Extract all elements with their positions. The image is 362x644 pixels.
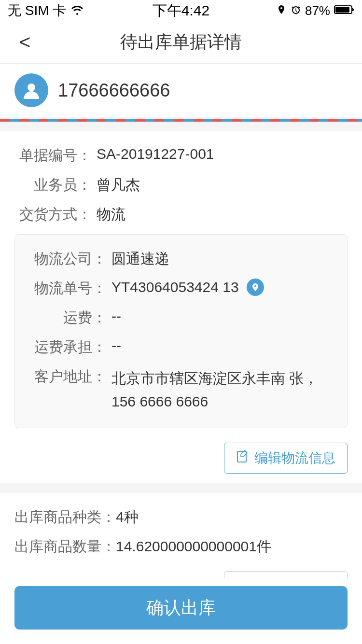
goods-type-value: 4种 [116,507,139,527]
logistics-company-value: 圆通速递 [111,249,333,269]
svg-rect-2 [335,7,349,13]
delivery-method-row: 交货方式： 物流 [14,200,348,229]
battery-label: 87% [305,3,330,18]
wifi-icon [70,3,84,18]
tracking-no-row: 物流单号： YT43064053424 13 [29,274,333,303]
freight-bearer-row: 运费承担： -- [29,333,333,362]
edit-logistics-label: 编辑物流信息 [254,449,335,467]
freight-label: 运费： [29,308,107,328]
status-bar: 无 SIM 卡 下午4:42 87% [0,0,362,21]
freight-row: 运费： -- [29,303,333,333]
freight-value: -- [111,308,333,324]
nav-bar: < 待出库单据详情 [0,21,362,64]
edit-icon [236,450,250,467]
salesman-value: 曾凡杰 [97,175,348,195]
order-no-label: 单据编号： [14,146,92,166]
delivery-method-label: 交货方式： [14,205,92,224]
freight-bearer-value: -- [111,337,333,354]
page-title: 待出库单据详情 [120,30,242,54]
goods-quantity-row: 出库商品数量： 14.620000000000001件 [14,532,348,561]
order-no-value: SA-20191227-001 [97,146,348,162]
back-button[interactable]: < [14,27,35,58]
logistics-company-row: 物流公司： 圆通速递 [29,244,333,274]
logistics-card: 物流公司： 圆通速递 物流单号： YT43064053424 13 运费： -- [14,234,348,428]
order-no-row: 单据编号： SA-20191227-001 [14,141,348,170]
battery-icon [334,3,354,18]
tracking-no-label: 物流单号： [29,279,107,298]
goods-quantity-label: 出库商品数量： [14,537,116,557]
status-time: 下午4:42 [153,1,209,21]
address-value: 北京市市辖区海淀区永丰南 张，156 6666 6666 [111,367,333,413]
dashed-divider [0,119,362,122]
tracking-no-value: YT43064053424 13 [111,279,333,296]
carrier-label: 无 SIM 卡 [8,1,66,20]
goods-quantity-value: 14.620000000000001件 [116,537,271,557]
customer-phone: 17666666666 [58,80,170,101]
address-row: 客户地址： 北京市市辖区海淀区永丰南 张，156 6666 6666 [29,362,333,418]
customer-header: 17666666666 [0,64,362,117]
order-info-section: 单据编号： SA-20191227-001 业务员： 曾凡杰 交货方式： 物流 … [0,131,362,483]
confirm-label: 确认出库 [146,596,216,620]
logistics-company-label: 物流公司： [29,249,107,269]
goods-type-label: 出库商品种类： [14,507,116,527]
salesman-label: 业务员： [14,175,92,195]
confirm-outbound-button[interactable]: 确认出库 [14,586,348,630]
freight-bearer-label: 运费承担： [29,337,107,357]
user-icon [21,80,42,101]
alarm-icon [291,3,301,18]
avatar [14,73,48,107]
svg-point-3 [28,84,35,91]
bottom-container: 确认出库 [0,578,362,644]
salesman-row: 业务员： 曾凡杰 [14,170,348,200]
edit-btn-row: 编辑物流信息 [14,438,348,474]
delivery-method-value: 物流 [97,205,348,224]
status-right: 87% [276,3,354,18]
goods-type-row: 出库商品种类： 4种 [14,503,348,532]
location-status-icon [276,3,287,18]
address-label: 客户地址： [29,367,107,387]
status-left: 无 SIM 卡 [8,1,84,20]
edit-logistics-button[interactable]: 编辑物流信息 [224,443,348,474]
location-icon[interactable] [247,279,264,296]
